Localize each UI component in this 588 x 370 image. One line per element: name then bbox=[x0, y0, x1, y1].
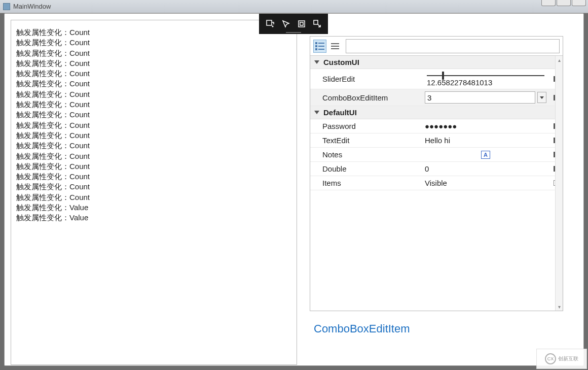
scroll-down-icon[interactable]: ▾ bbox=[556, 302, 563, 311]
categorized-view-button[interactable] bbox=[313, 40, 326, 53]
property-row[interactable]: Notes bbox=[310, 148, 563, 162]
property-label: SliderEdit bbox=[310, 69, 422, 89]
selected-property-label: ComboBoxEditItem bbox=[310, 316, 563, 342]
watermark: CX 创新互联 bbox=[536, 349, 587, 369]
font-edit-icon[interactable] bbox=[481, 151, 490, 159]
property-label: TextEdit bbox=[310, 133, 422, 147]
property-row[interactable]: SliderEdit12.6582278481013 bbox=[310, 69, 563, 89]
slider-thumb[interactable] bbox=[442, 72, 444, 80]
window-titlebar: MainWindow bbox=[0, 0, 588, 13]
log-line: 触发属性变化：Count bbox=[16, 161, 291, 172]
live-visual-tree-icon[interactable] bbox=[265, 18, 276, 29]
log-line: 触发属性变化：Count bbox=[16, 79, 291, 89]
expand-icon bbox=[314, 60, 319, 64]
log-line: 触发属性变化：Value bbox=[16, 213, 291, 223]
watermark-logo-icon: CX bbox=[545, 353, 556, 364]
group-header[interactable]: CustomUI bbox=[310, 56, 563, 69]
property-value[interactable]: Visible bbox=[422, 176, 549, 190]
log-line: 触发属性变化：Count bbox=[16, 110, 291, 120]
property-label: Double bbox=[310, 162, 422, 176]
watermark-text: 创新互联 bbox=[558, 355, 578, 362]
svg-rect-2 bbox=[299, 21, 305, 27]
search-input[interactable] bbox=[346, 39, 560, 53]
expand-icon bbox=[314, 111, 319, 114]
property-value[interactable] bbox=[422, 148, 549, 161]
property-label: ComboBoxEditItem bbox=[310, 89, 422, 106]
log-line: 触发属性变化：Count bbox=[16, 38, 291, 48]
log-line: 触发属性变化：Value bbox=[16, 203, 291, 213]
window-title: MainWindow bbox=[13, 3, 51, 10]
property-grid-panel: CustomUISliderEdit12.6582278481013ComboB… bbox=[310, 36, 563, 311]
property-grid-toolbar bbox=[310, 37, 563, 56]
log-panel: 触发属性变化：Count触发属性变化：Count触发属性变化：Count触发属性… bbox=[11, 20, 297, 365]
svg-rect-3 bbox=[300, 22, 303, 25]
log-line: 触发属性变化：Count bbox=[16, 192, 291, 203]
property-grid[interactable]: CustomUISliderEdit12.6582278481013ComboB… bbox=[310, 56, 563, 311]
log-line: 触发属性变化：Count bbox=[16, 58, 291, 69]
property-row[interactable]: ComboBoxEditItem3 bbox=[310, 89, 563, 106]
log-line: 触发属性变化：Count bbox=[16, 141, 291, 151]
toolbar-grip[interactable] bbox=[286, 32, 301, 33]
property-row[interactable]: Password●●●●●●● bbox=[310, 119, 563, 133]
log-line: 触发属性变化：Count bbox=[16, 151, 291, 161]
app-icon bbox=[3, 3, 10, 10]
minimize-button[interactable] bbox=[541, 0, 556, 6]
log-line: 触发属性变化：Count bbox=[16, 172, 291, 182]
property-label: Notes bbox=[310, 148, 422, 161]
svg-rect-4 bbox=[314, 20, 318, 24]
main-content: 触发属性变化：Count触发属性变化：Count触发属性变化：Count触发属性… bbox=[4, 13, 584, 366]
close-button[interactable] bbox=[572, 0, 586, 6]
group-header[interactable]: DefaultUI bbox=[310, 106, 563, 119]
property-row[interactable]: TextEditHello hi bbox=[310, 133, 563, 148]
scroll-up-icon[interactable]: ▴ bbox=[556, 56, 563, 64]
maximize-button[interactable] bbox=[557, 0, 571, 6]
property-value[interactable]: Hello hi bbox=[422, 133, 549, 147]
track-focus-icon[interactable] bbox=[312, 18, 323, 29]
alphabetical-view-button[interactable] bbox=[328, 40, 342, 53]
group-name: CustomUI bbox=[323, 58, 359, 66]
svg-rect-0 bbox=[267, 20, 272, 25]
layout-adorners-icon[interactable] bbox=[296, 18, 307, 29]
log-line: 触发属性变化：Count bbox=[16, 89, 291, 99]
log-line: 触发属性变化：Count bbox=[16, 99, 291, 110]
slider-track[interactable] bbox=[427, 75, 544, 76]
property-row[interactable]: Double0 bbox=[310, 162, 563, 176]
svg-point-1 bbox=[272, 26, 273, 27]
group-name: DefaultUI bbox=[323, 108, 357, 117]
log-line: 触发属性变化：Count bbox=[16, 130, 291, 141]
select-element-icon[interactable] bbox=[280, 18, 291, 29]
window-controls bbox=[541, 0, 586, 6]
property-value[interactable]: 0 bbox=[422, 162, 549, 176]
property-row[interactable]: ItemsVisible bbox=[310, 176, 563, 190]
property-label: Password bbox=[310, 119, 422, 133]
log-line: 触发属性变化：Count bbox=[16, 69, 291, 79]
property-value[interactable]: 12.6582278481013 bbox=[422, 69, 549, 89]
combobox[interactable]: 3 bbox=[425, 91, 535, 104]
scrollbar[interactable]: ▴ ▾ bbox=[555, 56, 563, 311]
log-line: 触发属性变化：Count bbox=[16, 182, 291, 192]
property-value[interactable]: 3 bbox=[422, 89, 549, 106]
log-line: 触发属性变化：Count bbox=[16, 120, 291, 130]
chevron-down-icon[interactable] bbox=[537, 92, 546, 103]
vs-diagnostic-toolbar[interactable] bbox=[259, 14, 328, 34]
property-label: Items bbox=[310, 176, 422, 190]
log-line: 触发属性变化：Count bbox=[16, 27, 291, 38]
property-value[interactable]: ●●●●●●● bbox=[422, 119, 549, 133]
log-line: 触发属性变化：Count bbox=[16, 48, 291, 58]
